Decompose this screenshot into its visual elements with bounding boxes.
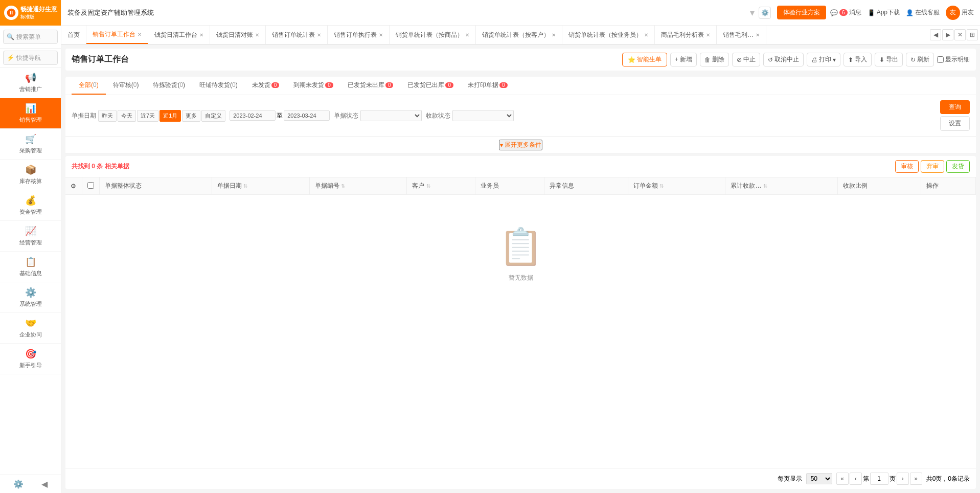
date-to-input[interactable] [284,110,330,121]
user-btn[interactable]: 友 用友 [946,6,974,20]
tab-close-margin[interactable]: ✕ [706,32,710,38]
show-detail-checkbox[interactable]: 显示明细 [937,55,970,64]
tab-home[interactable]: 首页 [61,26,86,44]
tabs-expand-btn[interactable]: ⊞ [967,29,978,40]
th-amount: 订单金额 ⇅ [628,177,725,195]
per-page-select[interactable]: 50 100 200 [806,473,832,484]
payment-select[interactable] [452,110,514,121]
deliver-button[interactable]: 发货 [946,160,970,173]
tab-close-more[interactable]: ✕ [756,32,760,38]
cancel-audit-button[interactable]: 弃审 [921,160,944,173]
tabs-next-btn[interactable]: ▶ [942,29,953,40]
date-btn-more[interactable]: 更多 [182,110,200,122]
search-menu-button[interactable]: 🔍 搜索菜单 [3,30,58,44]
tab-sales-stat[interactable]: 销售订单统计表 ✕ [266,26,328,44]
date-btn-custom[interactable]: 自定义 [201,110,225,122]
date-from-input[interactable] [230,110,276,121]
sort-date-icon[interactable]: ⇅ [243,183,247,189]
stop-button[interactable]: ⊘ 中止 [732,53,760,66]
filter-tab-not-delivered[interactable]: 未发货0 [245,77,287,95]
cancel-stop-button[interactable]: ↺ 取消中止 [763,53,804,66]
tab-close-sales-stat[interactable]: ✕ [317,32,321,38]
audit-button[interactable]: 审核 [895,160,919,173]
prev-page-btn[interactable]: ‹ [850,473,862,485]
table-count: 共找到 0 条 相关单据 [72,162,893,171]
sort-number-icon[interactable]: ⇅ [341,183,345,189]
industry-btn[interactable]: 体验行业方案 [777,6,826,19]
tab-sales-sum-staff[interactable]: 销货单统计表（按业务员） ✕ [562,26,655,44]
quick-nav-button[interactable]: ⚡ 快捷导航 [3,51,58,65]
next-page-btn[interactable]: › [897,473,909,485]
filter-tab-expired[interactable]: 到期未发货0 [286,77,340,95]
collapse-icon[interactable]: ◀ [41,479,48,489]
filter-tab-pending-check[interactable]: 待拣验货(0) [146,77,192,95]
sort-amount-icon[interactable]: ⇅ [659,183,664,189]
add-button[interactable]: + 新增 [670,53,697,66]
sidebar-item-finance[interactable]: 💰 资金管理 [0,190,61,221]
tab-close-sales-exec[interactable]: ✕ [379,32,383,38]
tabs-close-btn[interactable]: ✕ [954,29,966,40]
sort-collected-icon[interactable]: ⇅ [763,183,767,189]
tab-close-sum-staff[interactable]: ✕ [644,32,648,38]
filter-tab-delivered-not-out[interactable]: 已发货未出库0 [340,77,401,95]
sidebar-item-guide[interactable]: 🎯 新手引导 [0,344,61,374]
sidebar-item-purchase[interactable]: 🛒 采购管理 [0,129,61,160]
filter-tab-wangpu[interactable]: 旺铺待发货(0) [192,77,245,95]
tab-close-sum-client[interactable]: ✕ [552,32,556,38]
delete-button[interactable]: 🗑 删除 [700,53,729,66]
message-badge: 6 [839,9,848,16]
tab-sales-sum-client[interactable]: 销货单统计表（按客户） ✕ [476,26,562,44]
column-settings-icon[interactable]: ⚙ [71,183,76,190]
date-btn-7days[interactable]: 近7天 [137,110,158,122]
export-button[interactable]: ⬇ 导出 [875,53,903,66]
expand-conditions-btn[interactable]: ▾ 展开更多条件 [499,140,542,150]
sidebar-item-inventory[interactable]: 📦 库存核算 [0,160,61,190]
tab-close-cash-account[interactable]: ✕ [255,32,259,38]
sidebar-item-sales[interactable]: 📊 销售管理 [0,98,61,129]
tab-sales-order[interactable]: 销售订单工作台 ✕ [86,26,148,44]
filter-tab-delivered-out[interactable]: 已发货已出库0 [400,77,461,95]
finance-icon: 💰 [25,195,36,206]
date-btn-today[interactable]: 今天 [118,110,136,122]
message-btn[interactable]: 💬 6 消息 [830,8,861,17]
status-select[interactable] [360,110,422,121]
first-page-btn[interactable]: « [836,473,849,485]
tab-sales-sum-product[interactable]: 销货单统计表（按商品） ✕ [390,26,476,44]
query-button[interactable]: 查询 [940,100,970,114]
sidebar-item-system[interactable]: ⚙️ 系统管理 [0,282,61,313]
tab-cash-account[interactable]: 钱货日清对账 ✕ [210,26,266,44]
tab-close-sum-product[interactable]: ✕ [465,32,469,38]
sidebar-item-enterprise[interactable]: 🤝 企业协同 [0,313,61,344]
date-btn-1month[interactable]: 近1月 [159,110,181,122]
filter-tab-not-printed[interactable]: 未打印单据0 [461,77,515,95]
online-service-btn[interactable]: 👤 在线客服 [906,8,940,17]
import-button[interactable]: ⬆ 导入 [844,53,872,66]
tab-cash-daily[interactable]: 钱货日清工作台 ✕ [148,26,210,44]
app-download-btn[interactable]: 📱 App下载 [868,8,900,17]
logo-text: 畅捷通好生意 标准版 [20,5,57,20]
tabs-prev-btn[interactable]: ◀ [930,29,941,40]
filter-tab-all[interactable]: 全部(0) [72,77,106,95]
tab-close-sales-order[interactable]: ✕ [138,32,142,37]
refresh-button[interactable]: ↻ 刷新 [906,53,934,66]
topbar-settings-icon[interactable]: ⚙️ [759,7,771,19]
sidebar-item-basic[interactable]: 📋 基础信息 [0,252,61,282]
select-all-checkbox[interactable] [87,182,94,189]
date-btn-yesterday[interactable]: 昨天 [98,110,117,122]
sort-client-icon[interactable]: ⇅ [426,183,430,189]
tab-sales-exec[interactable]: 销售订单执行表 ✕ [328,26,390,44]
tab-sales-margin[interactable]: 商品毛利分析表 ✕ [655,26,717,44]
smart-create-button[interactable]: ⭐ 智能生单 [622,53,667,66]
settings-icon[interactable]: ⚙️ [13,479,24,489]
page-input[interactable] [870,473,888,485]
setting-button[interactable]: 设置 [940,116,970,131]
sidebar-item-operation[interactable]: 📈 经营管理 [0,221,61,252]
show-detail-input[interactable] [937,56,944,63]
tab-sales-more[interactable]: 销售毛利… ✕ [717,26,766,44]
filter-tab-pending-review[interactable]: 待审核(0) [106,77,146,95]
sidebar-item-marketing[interactable]: 📢 营销推广 [0,68,61,98]
print-button[interactable]: 🖨 打印 ▾ [807,53,840,66]
topbar-dropdown-icon[interactable]: ▾ [750,7,755,18]
tab-close-cash-daily[interactable]: ✕ [199,32,203,38]
last-page-btn[interactable]: » [910,473,922,485]
